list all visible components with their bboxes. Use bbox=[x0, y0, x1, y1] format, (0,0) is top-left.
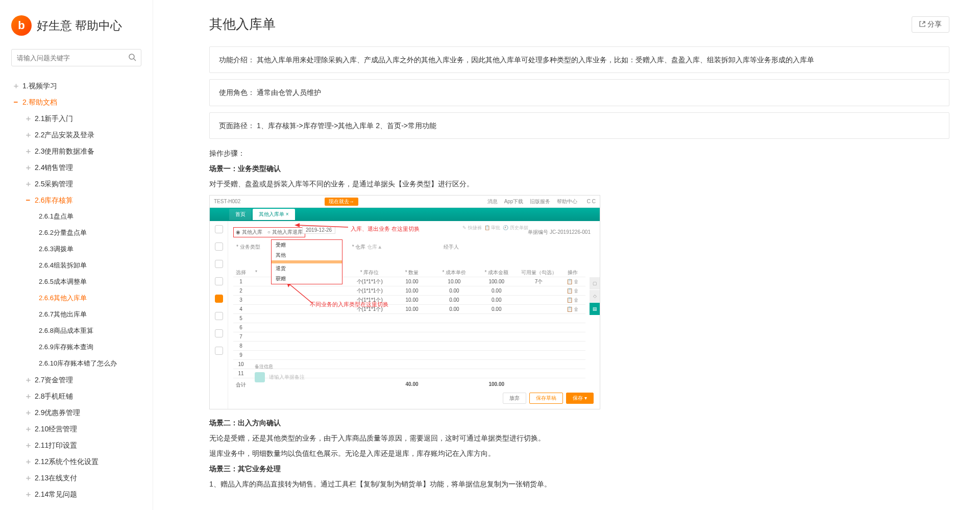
ss-date: 2019-12-26 bbox=[302, 226, 335, 234]
ss-left-rail bbox=[210, 221, 228, 409]
search-input[interactable] bbox=[11, 49, 141, 66]
table-row: 9 bbox=[233, 351, 585, 360]
nav-item-2-6-9[interactable]: 2.6.9库存账本查询 bbox=[11, 339, 141, 355]
plus-icon: ＋ bbox=[23, 127, 33, 143]
ss-draft: 保存草稿 bbox=[529, 393, 563, 404]
minus-icon: − bbox=[11, 94, 20, 110]
path-label: 页面路径： bbox=[219, 122, 255, 130]
nav-item-2-12[interactable]: ＋2.12系统个性化设置 bbox=[11, 453, 141, 470]
nav-item-2-6-8[interactable]: 2.6.8商品成本重算 bbox=[11, 323, 141, 339]
ss-app: App下载 bbox=[504, 199, 524, 204]
ss-note-row: 请输入单据备注 bbox=[255, 372, 305, 382]
brand-logo: b bbox=[11, 15, 32, 36]
rail-icon bbox=[215, 347, 223, 355]
table-row: 10 bbox=[233, 360, 585, 369]
embedded-screenshot: TEST-H002 现在就去→ 消息 App下载 旧版服务 帮助中心 C C 首… bbox=[209, 195, 600, 409]
nav-item-2-6-1[interactable]: 2.6.1盘点单 bbox=[11, 208, 141, 225]
rail-icon bbox=[215, 277, 223, 285]
note-placeholder: 请输入单据备注 bbox=[269, 374, 305, 381]
nav-item-2-13[interactable]: ＋2.13在线支付 bbox=[11, 470, 141, 486]
title-row: 其他入库单 分享 bbox=[209, 15, 949, 33]
nav-item-2-11[interactable]: ＋2.11打印设置 bbox=[11, 437, 141, 453]
ss-orange-btn: 现在就去→ bbox=[325, 198, 358, 206]
sidebar: b 好生意 帮助中心 ＋1.视频学习 −2.帮助文档 ＋2.1新手入门 ＋2.2… bbox=[0, 0, 153, 510]
nav-item-docs[interactable]: −2.帮助文档 bbox=[11, 94, 141, 110]
ss-tabs: 首页 其他入库单 × bbox=[210, 208, 600, 221]
note-icon bbox=[255, 372, 265, 382]
logo-letter: b bbox=[18, 19, 24, 32]
role-text: 通常由仓管人员维护 bbox=[257, 88, 321, 96]
search-icon[interactable] bbox=[128, 53, 136, 63]
ss-redbox-radios: ◉ 其他入库 ○ 其他入库退库 bbox=[233, 227, 305, 237]
intro-label: 功能介绍： bbox=[219, 56, 255, 64]
table-row: 6 bbox=[233, 323, 585, 332]
role-box: 使用角色：通常由仓管人员维护 bbox=[209, 79, 949, 106]
plus-icon: ＋ bbox=[23, 388, 33, 404]
nav-item-2-14[interactable]: ＋2.14常见问题 bbox=[11, 486, 141, 502]
plus-icon: ＋ bbox=[23, 372, 33, 388]
scene3-title: 场景三：其它业务处理 bbox=[209, 465, 949, 474]
scene3-text: 1、赠品入库的商品直接转为销售。通过工具栏【复制/复制为销货单】功能，将单据信息… bbox=[209, 480, 949, 489]
role-label: 使用角色： bbox=[219, 88, 255, 96]
scene1-text: 对于受赠、盘盈或是拆装入库等不同的业务，是通过单据头【业务类型】进行区分。 bbox=[209, 180, 949, 189]
ss-body: ◉ 其他入库 ○ 其他入库退库 2019-12-26 单据编号 JC-20191… bbox=[228, 221, 600, 409]
svg-point-0 bbox=[129, 54, 134, 59]
ss-tab-home: 首页 bbox=[229, 209, 252, 220]
share-button[interactable]: 分享 bbox=[912, 16, 949, 33]
ss-buttons: 放弃 保存草稿 保存 ▾ bbox=[503, 393, 594, 404]
ss-order-no: 单据编号 JC-20191226-001 bbox=[528, 229, 591, 236]
svg-line-1 bbox=[134, 59, 136, 61]
ss-old: 旧版服务 bbox=[530, 199, 550, 204]
plus-icon: ＋ bbox=[23, 486, 33, 502]
nav-tree: ＋1.视频学习 −2.帮助文档 ＋2.1新手入门 ＋2.2产品安装及登录 ＋2.… bbox=[11, 78, 141, 502]
nav-item-2-6[interactable]: −2.6库存核算 bbox=[11, 192, 141, 208]
nav-item-2-6-10[interactable]: 2.6.10库存账本错了怎么办 bbox=[11, 355, 141, 372]
ss-env: TEST-H002 bbox=[214, 199, 240, 204]
ss-top-right: 消息 App下载 旧版服务 帮助中心 C C bbox=[482, 198, 596, 205]
nav-item-2-6-3[interactable]: 2.6.3调拨单 bbox=[11, 241, 141, 257]
nav-item-2-7[interactable]: ＋2.7资金管理 bbox=[11, 372, 141, 388]
table-row: 4个(1*1*1个)10.000.000.00📋 🗑 bbox=[233, 305, 585, 314]
plus-icon: ＋ bbox=[23, 453, 33, 470]
intro-text: 其他入库单用来处理除采购入库、产成品入库之外的其他入库业务，因此其他入库单可处理… bbox=[257, 56, 814, 64]
nav-item-2-6-6[interactable]: 2.6.6其他入库单 bbox=[11, 290, 141, 306]
nav-item-2-1[interactable]: ＋2.1新手入门 bbox=[11, 110, 141, 127]
nav-item-2-8[interactable]: ＋2.8手机旺铺 bbox=[11, 388, 141, 404]
ss-radio1: ◉ 其他入库 bbox=[236, 229, 262, 236]
rail-icon bbox=[215, 242, 223, 251]
nav-item-2-5[interactable]: ＋2.5采购管理 bbox=[11, 176, 141, 192]
table-row: 8 bbox=[233, 342, 585, 351]
nav-item-2-9[interactable]: ＋2.9优惠券管理 bbox=[11, 404, 141, 421]
table-row: 2个(1*1*1个)10.000.000.00📋 🗑 bbox=[233, 286, 585, 296]
rail-tab: ◇ bbox=[590, 290, 600, 302]
plus-icon: ＋ bbox=[23, 143, 33, 159]
scene1-title: 场景一：业务类型确认 bbox=[209, 164, 949, 174]
intro-box: 功能介绍：其他入库单用来处理除采购入库、产成品入库之外的其他入库业务，因此其他入… bbox=[209, 46, 949, 73]
rail-tab: ▢ bbox=[590, 277, 600, 289]
ss-right-rail: ▢ ◇ ▤ bbox=[590, 277, 600, 315]
nav-item-2-10[interactable]: ＋2.10经营管理 bbox=[11, 421, 141, 437]
page-title: 其他入库单 bbox=[209, 15, 276, 33]
rail-icon bbox=[215, 312, 223, 320]
ss-help: 帮助中心 bbox=[557, 199, 577, 204]
nav-item-2-6-5[interactable]: 2.6.5成本调整单 bbox=[11, 274, 141, 290]
rail-icon bbox=[215, 295, 223, 303]
plus-icon: ＋ bbox=[23, 470, 33, 486]
nav-item-2-6-4[interactable]: 2.6.4组装拆卸单 bbox=[11, 257, 141, 274]
ss-radio2: ○ 其他入库退库 bbox=[267, 229, 303, 236]
ss-annot2: 不同业务的入库类型在这里切换 bbox=[310, 301, 388, 308]
rail-tab: ▤ bbox=[590, 303, 600, 315]
nav-item-2-2[interactable]: ＋2.2产品安装及登录 bbox=[11, 127, 141, 143]
nav-item-2-6-7[interactable]: 2.6.7其他出库单 bbox=[11, 306, 141, 323]
plus-icon: ＋ bbox=[23, 404, 33, 421]
nav-item-2-6-2[interactable]: 2.6.2分量盘点单 bbox=[11, 225, 141, 241]
nav-item-2-3[interactable]: ＋2.3使用前数据准备 bbox=[11, 143, 141, 159]
brand-row: b 好生意 帮助中心 bbox=[11, 15, 141, 36]
ss-user: C C bbox=[587, 199, 596, 204]
steps-section: 操作步骤： 场景一：业务类型确认 对于受赠、盘盈或是拆装入库等不同的业务，是通过… bbox=[209, 149, 949, 489]
nav-item-2-4[interactable]: ＋2.4销售管理 bbox=[11, 159, 141, 176]
ss-tab-doc: 其他入库单 × bbox=[253, 209, 295, 220]
scene2-text2: 退库业务中，明细数量均以负值红色展示。无论是入库还是退库，库存账均记在入库方向。 bbox=[209, 449, 949, 458]
plus-icon: ＋ bbox=[23, 159, 33, 176]
nav-item-video[interactable]: ＋1.视频学习 bbox=[11, 78, 141, 94]
